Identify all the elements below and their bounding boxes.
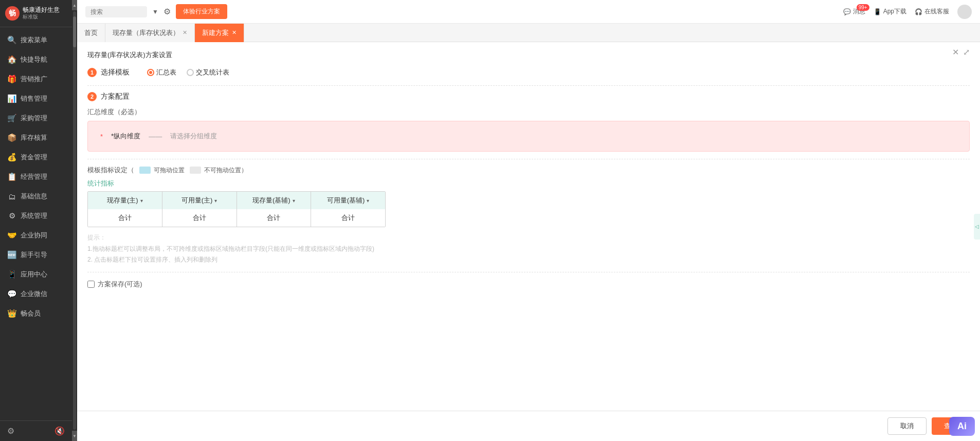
sidebar-label-marketing: 营销推广: [21, 75, 47, 84]
section-divider-3: [87, 272, 970, 272]
avatar[interactable]: [957, 5, 972, 19]
scroll-up-btn[interactable]: ▲: [72, 0, 77, 10]
legend-unmovable-label: 不可拖动位置）: [204, 166, 247, 175]
sidebar-item-inventory[interactable]: 📦库存核算: [0, 128, 72, 148]
experience-btn[interactable]: 体验行业方案: [176, 4, 227, 19]
tips-title: 提示：: [87, 234, 106, 241]
legend-movable-label: 可拖动位置: [154, 166, 185, 175]
sidebar-label-sales: 销售管理: [21, 94, 47, 103]
app-download-label: App下载: [883, 7, 906, 16]
stats-col-label-2: 现存量(基辅): [252, 196, 291, 205]
sidebar-icon-basic-info: 🗂: [7, 192, 16, 201]
gear-icon[interactable]: ⚙: [164, 7, 171, 16]
tab-inventory-close-icon[interactable]: ✕: [183, 29, 187, 36]
sidebar-icon-marketing: 🎁: [7, 75, 16, 84]
online-service-btn[interactable]: 🎧 在线客服: [915, 7, 949, 16]
sidebar-item-wechat[interactable]: 💬企业微信: [0, 284, 72, 304]
template-options: 汇总表 交叉统计表: [147, 68, 229, 77]
sidebar-label-guide: 新手引导: [21, 250, 47, 260]
sidebar-item-search-menu[interactable]: 🔍搜索菜单: [0, 30, 72, 50]
scroll-down-btn[interactable]: ▼: [72, 431, 77, 441]
stats-title: 统计指标: [87, 179, 970, 188]
sidebar-label-operation: 经营管理: [21, 172, 47, 181]
stats-col-header-1[interactable]: 可用量(主)▾: [162, 192, 237, 209]
sidebar-item-app-center[interactable]: 📱应用中心: [0, 265, 72, 284]
scroll-thumb[interactable]: [73, 16, 76, 47]
scroll-track: [73, 11, 76, 430]
tab-home[interactable]: 首页: [77, 24, 105, 42]
close-panel-icon[interactable]: ✕: [952, 47, 959, 57]
section2-header: 2 方案配置: [87, 92, 970, 101]
app-download-btn[interactable]: 📱 App下载: [874, 7, 906, 16]
dimension-vertical-label: *纵向维度: [111, 132, 140, 141]
section1-title: 选择模板: [101, 68, 130, 77]
expand-panel-icon[interactable]: ⤢: [963, 47, 970, 57]
sidebar-item-sales[interactable]: 📊销售管理: [0, 89, 72, 108]
sidebar-item-quick-nav[interactable]: 🏠快捷导航: [0, 50, 72, 69]
radio-cross[interactable]: 交叉统计表: [187, 68, 229, 77]
sidebar-item-operation[interactable]: 📋经营管理: [0, 167, 72, 187]
tab-inventory-status-label: 现存量（库存状况表）: [113, 28, 179, 38]
sidebar-item-basic-info[interactable]: 🗂基础信息: [0, 187, 72, 206]
right-panel-toggle[interactable]: ◁: [974, 214, 980, 240]
section-config: 2 方案配置 汇总维度（必选） * *纵向维度 —— 请选择分组维度 模板指标设…: [87, 92, 970, 289]
sidebar-scrollbar: ▲ ▼: [72, 0, 77, 441]
dropdown-btn[interactable]: ▼: [152, 8, 158, 15]
sidebar-item-member[interactable]: 👑畅会员: [0, 304, 72, 323]
stats-col-chevron-2: ▾: [293, 198, 295, 204]
radio-cross-circle: [187, 69, 194, 76]
stats-col-chevron-3: ▾: [367, 198, 369, 204]
stats-col-label-0: 现存量(主): [107, 196, 138, 205]
footer-bar: 取消 查询: [77, 411, 980, 441]
save-checkbox[interactable]: [87, 281, 95, 288]
cancel-button[interactable]: 取消: [887, 417, 927, 435]
sidebar-item-system[interactable]: ⚙系统管理: [0, 206, 72, 226]
stats-col-body-1: 合计: [162, 209, 237, 227]
dimension-dash: ——: [149, 133, 162, 140]
tips-box: 提示： 1.拖动标题栏可以调整布局，不可跨维度或指标区域拖动栏目字段(只能在同一…: [87, 232, 970, 266]
stats-col-header-3[interactable]: 可用量(基辅)▾: [311, 192, 385, 209]
message-icon: 💬: [843, 8, 851, 15]
stats-col-chevron-0: ▾: [140, 198, 143, 204]
sidebar-label-quick-nav: 快捷导航: [21, 55, 47, 64]
sidebar-logo: 畅 畅康通好生意 标准版: [0, 0, 72, 27]
stats-col-header-2[interactable]: 现存量(基辅)▾: [237, 192, 312, 209]
radio-summary[interactable]: 汇总表: [147, 68, 176, 77]
panel-controls: ✕ ⤢: [952, 47, 970, 57]
sidebar-icon-contract: 🤝: [7, 231, 16, 240]
sidebar-label-basic-info: 基础信息: [21, 192, 47, 201]
legend-movable: 可拖动位置: [139, 166, 185, 175]
tab-bar: 首页 现存量（库存状况表） ✕ 新建方案 ✕: [77, 24, 980, 42]
messages-btn[interactable]: 💬 消息 99+: [843, 7, 865, 16]
tab-new-plan[interactable]: 新建方案 ✕: [195, 24, 244, 42]
sidebar-label-member: 畅会员: [21, 309, 41, 318]
tip-item-2: 2. 点击标题栏下拉可设置排序、插入列和删除列: [87, 254, 970, 266]
top-bar-right: 💬 消息 99+ 📱 App下载 🎧 在线客服: [843, 5, 972, 19]
tab-new-plan-label: 新建方案: [202, 28, 229, 38]
online-service-label: 在线客服: [924, 7, 949, 16]
main-area: ▼ ⚙ 体验行业方案 💬 消息 99+ 📱 App下载 🎧 在线客服 首页: [77, 0, 980, 441]
sidebar-item-contract[interactable]: 🤝企业协同: [0, 226, 72, 245]
section1-num: 1: [87, 68, 97, 77]
search-input[interactable]: [85, 6, 147, 17]
stats-col-header-0[interactable]: 现存量(主)▾: [88, 192, 162, 209]
dimension-required-star: *: [100, 133, 103, 140]
tab-new-plan-close-icon[interactable]: ✕: [232, 29, 237, 36]
stats-col-body-2: 合计: [237, 209, 312, 227]
app-name: 畅康通好生意: [23, 6, 60, 13]
section-divider-2: [87, 159, 970, 159]
sidebar-item-marketing[interactable]: 🎁营销推广: [0, 69, 72, 89]
stats-section: 统计指标 现存量(主)▾可用量(主)▾现存量(基辅)▾可用量(基辅)▾ 合计合计…: [87, 179, 970, 227]
sidebar-item-purchase[interactable]: 🛒采购管理: [0, 108, 72, 128]
ai-badge[interactable]: Ai: [949, 417, 975, 436]
sidebar-label-system: 系统管理: [21, 211, 47, 220]
stats-table-body: 合计合计合计合计: [88, 209, 385, 227]
dimension-config-label: 汇总维度（必选）: [87, 107, 970, 117]
legend-unmovable: 不可拖动位置）: [190, 166, 247, 175]
radio-summary-circle: [147, 69, 154, 76]
settings-icon[interactable]: ⚙: [7, 426, 14, 436]
sound-icon[interactable]: 🔇: [55, 426, 65, 436]
sidebar-item-finance[interactable]: 💰资金管理: [0, 148, 72, 167]
tab-inventory-status[interactable]: 现存量（库存状况表） ✕: [105, 24, 195, 42]
sidebar-item-guide[interactable]: 🆕新手引导: [0, 245, 72, 265]
